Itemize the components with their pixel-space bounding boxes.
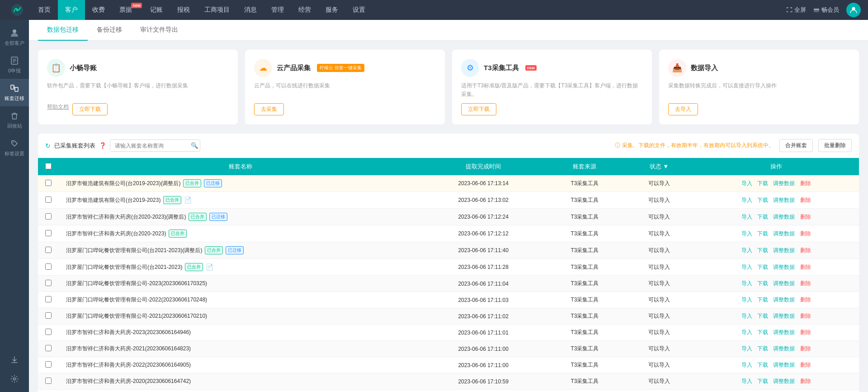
- row-checkbox[interactable]: [45, 230, 52, 236]
- nav-settings[interactable]: 设置: [345, 0, 373, 20]
- fullscreen-button[interactable]: 全屏: [786, 6, 806, 14]
- download-now-button-3[interactable]: 立即下载: [461, 103, 496, 115]
- delete-action-button[interactable]: 删除: [798, 230, 813, 238]
- batch-delete-button[interactable]: 批量删除: [818, 139, 852, 152]
- import-action-button[interactable]: 导入: [740, 196, 754, 204]
- select-all-checkbox[interactable]: [45, 163, 52, 169]
- tab-backup[interactable]: 备份迁移: [88, 20, 131, 41]
- nav-service[interactable]: 服务: [318, 0, 345, 20]
- row-checkbox[interactable]: [45, 378, 52, 384]
- adjust-action-button[interactable]: 调整数据: [771, 196, 797, 204]
- nav-tax[interactable]: 报税: [170, 0, 197, 20]
- download-action-button[interactable]: 下载: [755, 213, 770, 221]
- adjust-action-button[interactable]: 调整数据: [771, 230, 797, 238]
- search-input[interactable]: [110, 140, 187, 151]
- nav-manage[interactable]: 管理: [264, 0, 291, 20]
- import-action-button[interactable]: 导入: [740, 263, 754, 271]
- delete-action-button[interactable]: 删除: [798, 329, 813, 336]
- import-action-button[interactable]: 导入: [740, 230, 754, 238]
- adjust-action-button[interactable]: 调整数据: [771, 247, 797, 254]
- adjust-action-button[interactable]: 调整数据: [771, 345, 797, 353]
- nav-accounting[interactable]: 记账: [143, 0, 170, 20]
- delete-action-button[interactable]: 删除: [798, 213, 813, 221]
- row-checkbox[interactable]: [45, 345, 52, 351]
- download-action-button[interactable]: 下载: [755, 230, 770, 238]
- delete-action-button[interactable]: 删除: [798, 361, 813, 369]
- import-action-button[interactable]: 导入: [740, 280, 754, 287]
- nav-operation[interactable]: 经营: [291, 0, 318, 20]
- download-action-button[interactable]: 下载: [755, 296, 770, 304]
- file-icon[interactable]: 📄: [184, 196, 192, 204]
- goto-collect-button[interactable]: 去采集: [254, 103, 284, 115]
- refresh-icon[interactable]: ↻: [45, 142, 51, 149]
- delete-action-button[interactable]: 删除: [798, 263, 813, 271]
- tab-audit-export[interactable]: 审计文件导出: [131, 20, 187, 41]
- sidebar-item-tag-settings[interactable]: 标签设置: [0, 134, 29, 162]
- nav-home[interactable]: 首页: [31, 0, 58, 20]
- help-circle-icon[interactable]: ❓: [99, 142, 106, 149]
- import-action-button[interactable]: 导入: [740, 361, 754, 369]
- adjust-action-button[interactable]: 调整数据: [771, 296, 797, 304]
- adjust-action-button[interactable]: 调整数据: [771, 329, 797, 336]
- import-action-button[interactable]: 导入: [740, 329, 754, 336]
- download-action-button[interactable]: 下载: [755, 329, 770, 336]
- download-action-button[interactable]: 下载: [755, 361, 770, 369]
- delete-action-button[interactable]: 删除: [798, 378, 813, 385]
- delete-action-button[interactable]: 删除: [798, 247, 813, 254]
- adjust-action-button[interactable]: 调整数据: [771, 180, 797, 187]
- import-action-button[interactable]: 导入: [740, 213, 754, 221]
- goto-import-button[interactable]: 去导入: [668, 103, 698, 115]
- row-checkbox[interactable]: [45, 329, 52, 335]
- sidebar-item-all-clients[interactable]: 全部客户: [0, 24, 29, 51]
- download-action-button[interactable]: 下载: [755, 280, 770, 287]
- search-button[interactable]: 🔍: [187, 140, 200, 151]
- nav-message[interactable]: 消息: [237, 0, 264, 20]
- row-checkbox[interactable]: [45, 213, 52, 220]
- sidebar-item-download[interactable]: [0, 350, 29, 369]
- row-checkbox[interactable]: [45, 247, 52, 253]
- adjust-action-button[interactable]: 调整数据: [771, 361, 797, 369]
- import-action-button[interactable]: 导入: [740, 345, 754, 353]
- file-icon[interactable]: 📄: [206, 263, 213, 271]
- row-checkbox[interactable]: [45, 312, 52, 319]
- adjust-action-button[interactable]: 调整数据: [771, 213, 797, 221]
- row-checkbox[interactable]: [45, 180, 52, 186]
- merge-accounts-button[interactable]: 合并账套: [779, 139, 813, 152]
- download-action-button[interactable]: 下载: [755, 312, 770, 320]
- download-action-button[interactable]: 下载: [755, 180, 770, 187]
- import-action-button[interactable]: 导入: [740, 247, 754, 254]
- member-button[interactable]: 畅会员: [813, 6, 839, 14]
- tab-data-package[interactable]: 数据包迁移: [38, 20, 88, 41]
- sidebar-item-settings[interactable]: [0, 369, 29, 388]
- import-action-button[interactable]: 导入: [740, 296, 754, 304]
- delete-action-button[interactable]: 删除: [798, 312, 813, 320]
- adjust-action-button[interactable]: 调整数据: [771, 378, 797, 385]
- row-checkbox[interactable]: [45, 263, 52, 270]
- adjust-action-button[interactable]: 调整数据: [771, 312, 797, 320]
- user-avatar[interactable]: [846, 3, 861, 17]
- download-action-button[interactable]: 下载: [755, 345, 770, 353]
- delete-action-button[interactable]: 删除: [798, 296, 813, 304]
- adjust-action-button[interactable]: 调整数据: [771, 280, 797, 287]
- adjust-action-button[interactable]: 调整数据: [771, 263, 797, 271]
- help-doc-link[interactable]: 帮助文档: [47, 103, 69, 115]
- download-action-button[interactable]: 下载: [755, 196, 770, 204]
- download-action-button[interactable]: 下载: [755, 263, 770, 271]
- sidebar-item-trash[interactable]: 回收站: [0, 106, 29, 134]
- sidebar-item-migrate[interactable]: 账套迁移: [0, 79, 29, 106]
- download-action-button[interactable]: 下载: [755, 247, 770, 254]
- delete-action-button[interactable]: 删除: [798, 280, 813, 287]
- row-checkbox[interactable]: [45, 296, 52, 302]
- sidebar-item-zero-declare[interactable]: 0申报: [0, 51, 29, 79]
- delete-action-button[interactable]: 删除: [798, 196, 813, 204]
- nav-ticket[interactable]: 票据 new: [112, 0, 143, 20]
- nav-charge[interactable]: 收费: [85, 0, 112, 20]
- row-checkbox[interactable]: [45, 361, 52, 368]
- delete-action-button[interactable]: 删除: [798, 345, 813, 353]
- download-action-button[interactable]: 下载: [755, 378, 770, 385]
- row-checkbox[interactable]: [45, 196, 52, 203]
- delete-action-button[interactable]: 删除: [798, 180, 813, 187]
- import-action-button[interactable]: 导入: [740, 312, 754, 320]
- import-action-button[interactable]: 导入: [740, 180, 754, 187]
- import-action-button[interactable]: 导入: [740, 378, 754, 385]
